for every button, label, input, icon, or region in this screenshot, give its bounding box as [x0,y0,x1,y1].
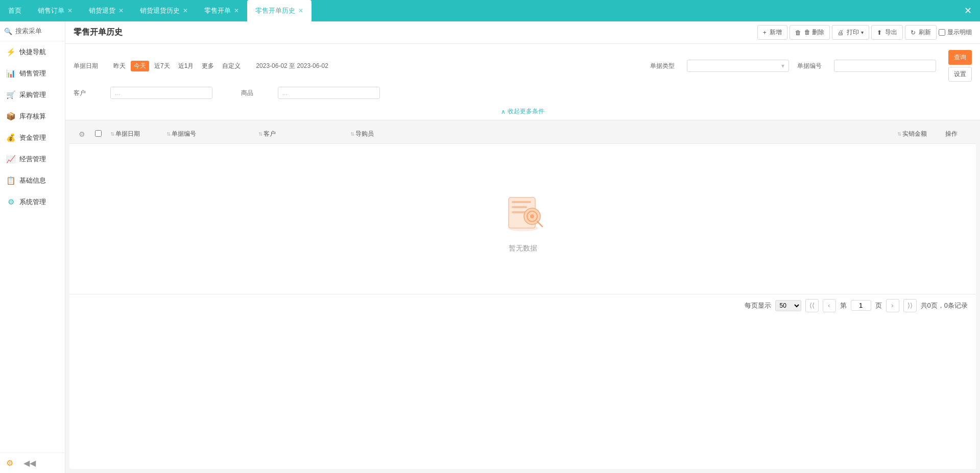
empty-text: 暂无数据 [509,244,537,253]
first-page-btn[interactable]: ⟨⟨ [805,299,819,312]
th-date[interactable]: ⇅ 单据日期 [106,130,162,138]
collapse-sidebar-icon[interactable]: ◀◀ [23,458,36,468]
toolbar: 零售开单历史 + 新增 🗑 🗑 删除 🖨 打印 ▾ ⬆ 导出 ↻ 刷新 [65,21,980,44]
table-header: ⚙ ⇅ 单据日期 ⇅ 单据编号 ⇅ 客户 ⇅ 导购员 [69,125,976,144]
tab-home[interactable]: 首页 [0,0,30,21]
filter-row-2: 客户 ... 商品 ... [74,87,972,99]
per-page-select[interactable]: 50 100 200 [775,300,801,311]
order-no-label: 单据编号 [797,62,826,70]
order-no-input[interactable] [834,60,936,72]
goods-placeholder: ... [282,89,375,96]
sidebar-item-quick-nav[interactable]: ⚡ 快捷导航 [0,41,65,63]
refresh-icon: ↻ [911,29,916,36]
tab-sales-return[interactable]: 销货退货 ✕ [81,0,132,21]
tab-retail-open[interactable]: 零售开单 ✕ [196,0,247,21]
table-settings-icon[interactable]: ⚙ [74,130,90,138]
tab-sales-return-history[interactable]: 销货退货历史 ✕ [132,0,196,21]
tab-close-sales-return[interactable]: ✕ [118,7,124,14]
add-icon: + [763,29,767,36]
empty-state: 暂无数据 [69,144,976,294]
basic-info-icon: 📋 [6,176,15,185]
main-layout: 🔍 搜索采单 ⚡ 快捷导航 📊 销售管理 🛒 采购管理 📦 库存核算 💰 资金管… [0,21,980,473]
tab-close-retail-open[interactable]: ✕ [234,7,239,14]
tab-retail-open-history[interactable]: 零售开单历史 ✕ [247,0,312,21]
settings-gear-icon[interactable]: ⚙ [6,458,13,468]
sidebar-item-purchase-mgmt[interactable]: 🛒 采购管理 [0,84,65,106]
finance-icon: 💰 [6,133,15,142]
system-icon: ⚙ [6,197,15,207]
sidebar-item-operations[interactable]: 📈 经营管理 [0,148,65,170]
sales-mgmt-icon: 📊 [6,69,15,78]
inventory-icon: 📦 [6,112,15,121]
next-page-btn[interactable]: › [886,299,899,312]
yesterday-btn[interactable]: 昨天 [110,61,129,71]
table-area: ⚙ ⇅ 单据日期 ⇅ 单据编号 ⇅ 客户 ⇅ 导购员 [69,125,976,469]
prev-page-btn[interactable]: ‹ [823,299,836,312]
th-customer[interactable]: ⇅ 客户 [254,130,346,138]
tab-close-sales-order[interactable]: ✕ [67,7,73,14]
sidebar: 🔍 搜索采单 ⚡ 快捷导航 📊 销售管理 🛒 采购管理 📦 库存核算 💰 资金管… [0,21,65,473]
more-btn[interactable]: 更多 [199,61,217,71]
svg-point-8 [530,214,534,218]
sidebar-item-basic-info[interactable]: 📋 基础信息 [0,170,65,191]
search-icon: 🔍 [4,28,12,35]
tab-close-sales-return-history[interactable]: ✕ [183,7,188,14]
add-button[interactable]: + 新增 [757,25,787,40]
svg-rect-3 [512,206,527,208]
last-page-btn[interactable]: ⟩⟩ [903,299,917,312]
collapse-button[interactable]: ∧ 收起更多条件 [74,104,972,120]
empty-state-icon [497,185,548,236]
print-button[interactable]: 🖨 打印 ▾ [832,25,869,40]
select-all-checkbox[interactable] [95,130,102,137]
delete-icon: 🗑 [795,29,801,36]
quick-nav-icon: ⚡ [6,47,15,57]
table-select-all[interactable] [90,130,106,139]
query-button[interactable]: 查询 [948,50,972,65]
purchase-mgmt-icon: 🛒 [6,90,15,99]
sort-icon-customer: ⇅ [258,131,262,137]
th-guide[interactable]: ⇅ 导购员 [346,130,408,138]
refresh-button[interactable]: ↻ 刷新 [905,25,937,40]
customer-placeholder: ... [115,89,208,96]
page-title: 零售开单历史 [74,27,755,38]
collapse-arrow-icon: ∧ [501,108,506,115]
date-filter-label: 单据日期 [74,62,102,70]
delete-button[interactable]: 🗑 🗑 删除 [790,25,830,40]
last7days-btn[interactable]: 近7天 [151,61,173,71]
custom-btn[interactable]: 自定义 [219,61,244,71]
order-type-label: 单据类型 [650,62,679,70]
sidebar-bottom: ⚙ ◀◀ [0,453,65,473]
top-tab-bar: 首页 销售订单 ✕ 销货退货 ✕ 销货退货历史 ✕ 零售开单 ✕ 零售开单历史 … [0,0,980,21]
display-detail-checkbox-label[interactable]: 显示明细 [939,28,972,37]
print-icon: 🖨 [838,29,844,36]
date-range-display: 2023-06-02 至 2023-06-02 [256,62,328,70]
export-button[interactable]: ⬆ 导出 [871,25,903,40]
settings-button[interactable]: 设置 [948,67,972,82]
today-btn[interactable]: 今天 [131,61,149,71]
tab-close-retail-open-history[interactable]: ✕ [298,7,303,14]
export-icon: ⬆ [877,29,882,36]
page-input[interactable] [851,300,871,311]
th-order-no[interactable]: ⇅ 单据编号 [162,130,254,138]
tab-sales-order[interactable]: 销售订单 ✕ [30,0,81,21]
display-detail-checkbox[interactable] [939,29,945,36]
goods-select[interactable]: ... [278,87,380,99]
sidebar-item-system[interactable]: ⚙ 系统管理 [0,191,65,213]
svg-rect-2 [512,201,531,203]
sidebar-search[interactable]: 🔍 搜索采单 [0,21,65,41]
order-type-select[interactable]: ▾ [687,60,789,72]
window-close-button[interactable]: ✕ [964,5,972,16]
th-amount[interactable]: ⇅ 实销金额 [408,130,931,138]
sort-icon-order-no: ⇅ [166,131,171,137]
goods-filter-label: 商品 [241,89,270,97]
sidebar-item-sales-mgmt[interactable]: 📊 销售管理 [0,63,65,84]
customer-select[interactable]: ... [110,87,212,99]
sort-icon-guide: ⇅ [350,131,354,137]
date-filter-buttons: 昨天 今天 近7天 近1月 更多 自定义 [110,61,244,71]
th-action: 操作 [931,130,972,138]
last1month-btn[interactable]: 近1月 [175,61,197,71]
sidebar-item-inventory[interactable]: 📦 库存核算 [0,106,65,127]
sidebar-item-finance[interactable]: 💰 资金管理 [0,127,65,148]
svg-line-7 [537,221,542,227]
customer-filter-label: 客户 [74,89,102,97]
